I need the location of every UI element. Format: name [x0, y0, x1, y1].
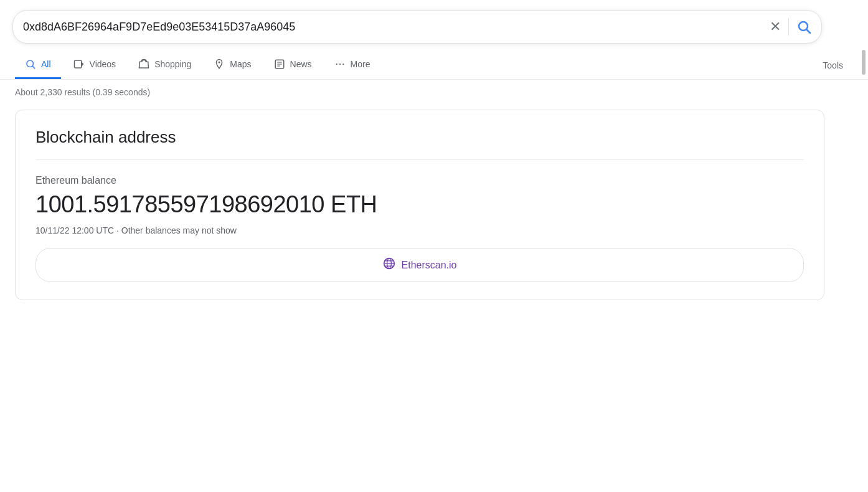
globe-icon [383, 257, 395, 273]
search-divider [788, 18, 789, 35]
tab-shopping[interactable]: Shopping [128, 51, 201, 79]
tab-videos[interactable]: Videos [64, 51, 126, 79]
svg-point-6 [219, 62, 220, 64]
svg-line-3 [32, 66, 34, 68]
svg-point-11 [336, 64, 337, 65]
ethereum-timestamp: 10/11/22 12:00 UTC · Other balances may … [35, 225, 804, 235]
search-bar: ✕ [12, 10, 822, 44]
svg-point-12 [339, 64, 340, 65]
tab-news[interactable]: News [264, 51, 322, 79]
tab-more[interactable]: More [324, 51, 380, 79]
tab-maps-label: Maps [230, 59, 251, 69]
more-dots-icon [334, 59, 346, 70]
search-bar-container: ✕ [0, 0, 868, 49]
tools-button[interactable]: Tools [813, 53, 853, 78]
etherscan-button[interactable]: Etherscan.io [35, 248, 804, 282]
news-icon [274, 59, 285, 70]
ethereum-label: Ethereum balance [35, 175, 804, 186]
tab-news-label: News [290, 59, 312, 69]
svg-point-13 [342, 64, 344, 65]
blockchain-divider [35, 159, 804, 160]
tab-all-label: All [41, 59, 51, 69]
tab-videos-label: Videos [90, 59, 116, 69]
video-icon [73, 59, 85, 70]
search-input[interactable] [23, 21, 770, 34]
nav-tabs: All Videos Shopping [0, 51, 868, 80]
svg-marker-5 [81, 62, 83, 67]
tab-all[interactable]: All [15, 51, 61, 79]
search-icon[interactable] [796, 19, 811, 34]
all-search-icon [25, 59, 36, 70]
tab-more-label: More [351, 59, 370, 69]
blockchain-card-title: Blockchain address [35, 128, 804, 147]
results-count: About 2,330 results (0.39 seconds) [0, 80, 868, 105]
clear-icon[interactable]: ✕ [770, 19, 781, 35]
main-content: Blockchain address Ethereum balance 1001… [0, 105, 868, 305]
tab-shopping-label: Shopping [154, 59, 191, 69]
blockchain-card: Blockchain address Ethereum balance 1001… [15, 110, 824, 300]
ethereum-balance: 1001.591785597198692010 ETH [35, 191, 804, 218]
maps-icon [214, 59, 225, 70]
etherscan-label: Etherscan.io [402, 260, 457, 271]
tab-maps[interactable]: Maps [204, 51, 261, 79]
shopping-icon [138, 59, 149, 70]
svg-line-1 [807, 30, 811, 34]
svg-rect-4 [74, 60, 81, 68]
scrollbar[interactable] [862, 50, 866, 75]
